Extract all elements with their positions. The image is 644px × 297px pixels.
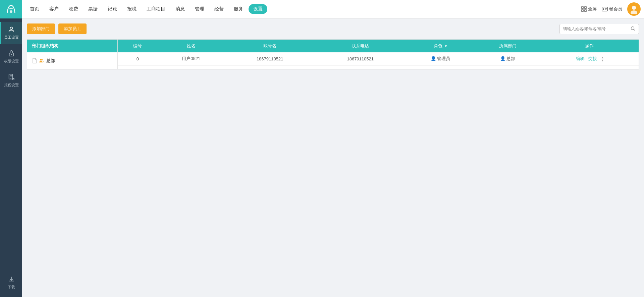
fullscreen-button[interactable]: 全屏 <box>581 6 597 12</box>
col-role[interactable]: 角色 ▼ <box>406 40 476 52</box>
split-panel: 部门组织结构 总部 <box>27 39 639 69</box>
col-number: 编号 <box>118 40 158 52</box>
svg-point-0 <box>10 10 12 13</box>
sidebar: 员工设置 权限设置 报税设置 <box>0 18 22 297</box>
sidebar-item-employee[interactable]: 员工设置 <box>0 22 22 44</box>
cell-role: 👤管理员 <box>406 52 476 65</box>
sidebar-item-permission-label: 权限设置 <box>4 59 19 64</box>
nav-fee[interactable]: 收费 <box>64 4 83 14</box>
tax-report-icon <box>8 73 15 81</box>
svg-point-13 <box>11 54 12 55</box>
svg-rect-3 <box>582 10 583 11</box>
nav-settings[interactable]: 设置 <box>249 4 267 14</box>
toolbar: 添加部门 添加员工 <box>27 23 639 34</box>
nav-home[interactable]: 首页 <box>25 4 44 14</box>
nav-message[interactable]: 消息 <box>171 4 190 14</box>
download-icon <box>8 276 15 283</box>
role-user-icon: 👤 <box>431 56 436 61</box>
sidebar-item-download[interactable]: 下载 <box>0 271 22 294</box>
search-input[interactable] <box>560 24 627 33</box>
cell-number: 0 <box>118 52 158 65</box>
transfer-link[interactable]: 交接 <box>588 56 597 61</box>
fullscreen-label: 全屏 <box>588 6 597 12</box>
nav-invoice[interactable]: 票据 <box>84 4 102 14</box>
col-phone: 联系电话 <box>315 40 406 52</box>
user-avatar[interactable] <box>627 2 641 16</box>
svg-rect-2 <box>585 7 586 8</box>
sidebar-bottom: 下载 <box>0 271 22 294</box>
tree-body: 总部 <box>27 52 117 69</box>
cell-account: 18679110521 <box>225 52 315 65</box>
nav-service[interactable]: 服务 <box>229 4 248 14</box>
tree-item-label: 总部 <box>46 58 55 64</box>
svg-point-18 <box>40 59 42 61</box>
col-name: 姓名 <box>158 40 225 52</box>
member-icon <box>602 7 608 11</box>
col-dept: 所属部门 <box>476 40 540 52</box>
add-dept-button[interactable]: 添加部门 <box>27 23 55 34</box>
col-action: 操作 <box>540 40 639 52</box>
top-navigation: 首页 客户 收费 票据 记账 报税 工商项目 消息 管理 经营 服务 设置 全屏 <box>0 0 644 18</box>
tree-header: 部门组织结构 <box>27 40 117 52</box>
filter-icon: ▼ <box>444 44 447 48</box>
svg-rect-4 <box>585 10 586 11</box>
edit-link[interactable]: 编辑 <box>576 56 585 61</box>
nav-management[interactable]: 管理 <box>190 4 209 14</box>
nav-right-area: 全屏 畅会员 <box>581 2 641 16</box>
tree-panel: 部门组织结构 总部 <box>27 40 118 69</box>
nav-business[interactable]: 工商项目 <box>142 4 170 14</box>
sidebar-item-tax[interactable]: 报税设置 <box>0 69 22 92</box>
svg-point-19 <box>42 59 43 60</box>
main-nav: 首页 客户 收费 票据 记账 报税 工商项目 消息 管理 经营 服务 设置 <box>25 4 581 14</box>
permission-icon <box>8 50 15 57</box>
nav-customer[interactable]: 客户 <box>45 4 63 14</box>
col-account: 账号名 <box>225 40 315 52</box>
content-area: 添加部门 添加员工 部门组织结构 <box>22 18 644 297</box>
employee-icon <box>8 26 15 33</box>
sidebar-item-tax-label: 报税设置 <box>4 83 19 88</box>
search-box <box>559 24 639 34</box>
add-employee-button[interactable]: 添加员工 <box>58 23 87 34</box>
svg-rect-1 <box>582 7 583 8</box>
tree-item-general[interactable]: 总部 <box>31 56 114 66</box>
file-icon <box>32 58 37 63</box>
avatar-icon <box>629 4 639 14</box>
cell-phone: 18679110521 <box>315 52 406 65</box>
cell-actions: 编辑 交接 ▲ ▼ <box>540 52 639 65</box>
svg-point-11 <box>10 27 12 30</box>
table-header-row: 编号 姓名 账号名 联系电话 角色 ▼ 所属部门 操作 <box>118 40 639 52</box>
search-icon <box>631 26 635 31</box>
nav-accounting[interactable]: 记账 <box>103 4 122 14</box>
employee-table: 编号 姓名 账号名 联系电话 角色 ▼ 所属部门 操作 <box>118 40 639 66</box>
search-button[interactable] <box>627 24 639 34</box>
table-row: 0 用户0521 18679110521 18679110521 👤管理员 👤总… <box>118 52 639 65</box>
member-button[interactable]: 畅会员 <box>602 6 622 12</box>
main-layout: 员工设置 权限设置 报税设置 <box>0 18 644 297</box>
nav-operation[interactable]: 经营 <box>210 4 228 14</box>
scroll-control[interactable]: ▲ ▼ <box>601 56 604 62</box>
fullscreen-icon <box>581 6 587 12</box>
cell-dept: 👤总部 <box>476 52 540 65</box>
member-label: 畅会员 <box>609 6 622 12</box>
svg-point-10 <box>631 10 637 14</box>
dept-user-icon: 👤 <box>500 56 505 61</box>
user-group-icon <box>39 58 44 63</box>
table-panel: 编号 姓名 账号名 联系电话 角色 ▼ 所属部门 操作 <box>118 40 639 69</box>
cell-name: 用户0521 <box>158 52 225 65</box>
svg-point-6 <box>603 8 604 10</box>
nav-tax[interactable]: 报税 <box>122 4 141 14</box>
logo <box>0 0 22 18</box>
sidebar-item-permission[interactable]: 权限设置 <box>0 46 22 68</box>
svg-point-9 <box>632 6 636 10</box>
svg-point-16 <box>631 27 634 30</box>
scroll-down-icon[interactable]: ▼ <box>601 59 604 62</box>
svg-line-17 <box>634 29 635 31</box>
sidebar-item-employee-label: 员工设置 <box>4 35 19 40</box>
sidebar-item-download-label: 下载 <box>8 285 15 290</box>
